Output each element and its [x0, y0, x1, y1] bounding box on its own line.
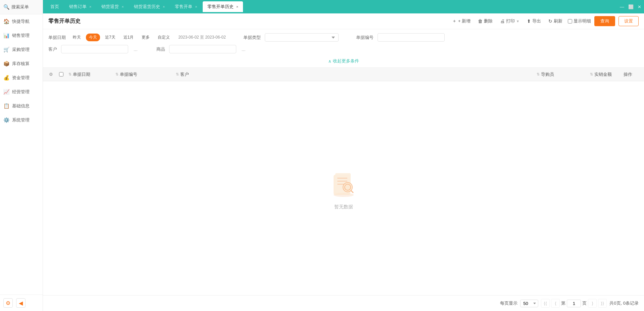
- content-area: ⚙ ⇅ 单据日期 ⇅ 单据编号 ⇅ 客户 ⇅ 导购员 ⇅ 实销金额: [43, 68, 644, 311]
- sidebar-item-basic-info[interactable]: 📋 基础信息: [0, 99, 43, 113]
- info-icon: 📋: [3, 103, 9, 109]
- tab-retail-open[interactable]: 零售开单 ×: [170, 1, 202, 12]
- new-icon: ＋: [452, 18, 457, 24]
- tab-sales-order[interactable]: 销售订单 ×: [64, 1, 96, 12]
- sidebar-item-label: 基础信息: [12, 103, 30, 109]
- footer-collapse-icon[interactable]: ◀: [16, 298, 26, 308]
- table-select-all[interactable]: [56, 72, 66, 76]
- th-date[interactable]: ⇅ 单据日期: [66, 71, 113, 77]
- sidebar-item-sales-mgmt[interactable]: 📊 销售管理: [0, 29, 43, 43]
- tab-retail-open-close[interactable]: ×: [195, 5, 197, 9]
- type-label: 单据类型: [243, 35, 261, 41]
- sidebar-item-label: 经营管理: [12, 89, 30, 95]
- customer-ellipsis[interactable]: ...: [132, 47, 139, 52]
- goods-ellipsis[interactable]: ...: [240, 47, 247, 52]
- date-more-btn[interactable]: 更多: [139, 34, 153, 41]
- cart-icon: 🛒: [3, 47, 9, 53]
- customer-input[interactable]: [61, 45, 128, 53]
- date-yesterday-btn[interactable]: 昨天: [70, 34, 84, 41]
- tab-sales-return-close[interactable]: ×: [121, 5, 123, 9]
- number-label: 单据编号: [356, 35, 374, 41]
- tab-home-label: 首页: [50, 4, 59, 10]
- date-shortcuts: 昨天 今天 近7天 近1月 更多 自定义: [70, 34, 173, 41]
- sidebar-search-label: 搜索采单: [11, 4, 29, 10]
- date-range: 2023-06-02 至 2023-06-02: [178, 35, 226, 40]
- show-detail-checkbox-label[interactable]: 显示明细: [568, 18, 591, 24]
- sidebar-item-finance[interactable]: 💰 资金管理: [0, 71, 43, 85]
- empty-illustration: [327, 166, 360, 200]
- toolbar-actions: ＋ + 新增 🗑 删除 🖨 打印 ▼ ⬆ 导出 ↻ 刷新 显示: [450, 16, 639, 26]
- gear-icon: ⚙️: [3, 117, 9, 123]
- sidebar-search[interactable]: 🔍 搜索采单: [0, 0, 43, 14]
- filter-area: 单据日期 昨天 今天 近7天 近1月 更多 自定义 2023-06-02 至 2…: [43, 29, 644, 68]
- setting-button[interactable]: 设置: [618, 16, 639, 26]
- collapse-button[interactable]: ∧ 收起更多条件: [48, 57, 639, 65]
- page-first-btn[interactable]: ⟨⟨: [541, 299, 550, 308]
- th-actions: 操作: [614, 71, 641, 77]
- sidebar-item-quick-nav[interactable]: 🏠 快捷导航: [0, 14, 43, 29]
- sidebar-item-label: 资金管理: [12, 75, 30, 81]
- new-button[interactable]: ＋ + 新增: [450, 17, 473, 25]
- home-icon: 🏠: [3, 18, 9, 24]
- goods-label: 商品: [156, 46, 165, 52]
- main-content: 首页 销售订单 × 销货退货 × 销货退货历史 × 零售开单 × 零售开单历史 …: [43, 0, 644, 311]
- sidebar-item-operations[interactable]: 📈 经营管理: [0, 85, 43, 99]
- export-button[interactable]: ⬆ 导出: [525, 17, 543, 25]
- export-label: 导出: [532, 18, 541, 24]
- tab-retail-open-history[interactable]: 零售开单历史 ×: [203, 1, 243, 12]
- page-unit: 页: [582, 300, 587, 306]
- tab-sales-order-close[interactable]: ×: [89, 5, 91, 9]
- th-customer[interactable]: ⇅ 客户: [173, 71, 534, 77]
- page-next-btn[interactable]: ⟩: [588, 299, 597, 308]
- query-button[interactable]: 查询: [594, 16, 615, 26]
- date-today-btn[interactable]: 今天: [86, 34, 100, 41]
- per-page-select[interactable]: 10 20 50 100: [520, 300, 538, 307]
- delete-button[interactable]: 🗑 删除: [476, 17, 495, 25]
- tab-home[interactable]: 首页: [46, 1, 64, 12]
- show-detail-checkbox[interactable]: [568, 19, 572, 23]
- sidebar-item-purchase-mgmt[interactable]: 🛒 采购管理: [0, 43, 43, 57]
- sidebar-footer: ⚙ ◀: [0, 295, 43, 311]
- date-custom-btn[interactable]: 自定义: [155, 34, 173, 41]
- tab-sales-return-history[interactable]: 销货退货历史 ×: [129, 1, 169, 12]
- delete-label: 删除: [484, 18, 493, 24]
- refresh-icon: ↻: [548, 18, 552, 24]
- pagination: 每页显示 10 20 50 100 ⟨⟨ ⟨ 第 1 页 ⟩ ⟩⟩ 共0页, 0…: [43, 295, 644, 311]
- tab-sales-return[interactable]: 销货退货 ×: [97, 1, 128, 12]
- th-amount[interactable]: ⇅ 实销金额: [574, 71, 614, 77]
- select-all-checkbox[interactable]: [59, 72, 63, 76]
- tab-sales-return-history-close[interactable]: ×: [163, 5, 165, 9]
- type-select[interactable]: [265, 33, 339, 42]
- sidebar: 🔍 搜索采单 🏠 快捷导航 📊 销售管理 🛒 采购管理 📦 库存核算 💰 资金管…: [0, 0, 43, 311]
- sidebar-item-sys-mgmt[interactable]: ⚙️ 系统管理: [0, 113, 43, 127]
- page-last-btn[interactable]: ⟩⟩: [598, 299, 607, 308]
- date-month-btn[interactable]: 近1月: [120, 34, 137, 41]
- refresh-button[interactable]: ↻ 刷新: [546, 17, 564, 25]
- new-label: + 新增: [458, 18, 470, 24]
- table-header: ⚙ ⇅ 单据日期 ⇅ 单据编号 ⇅ 客户 ⇅ 导购员 ⇅ 实销金额: [43, 68, 644, 81]
- th-guide[interactable]: ⇅ 导购员: [534, 71, 574, 77]
- per-page-label: 每页显示: [500, 300, 517, 306]
- date-label: 单据日期: [48, 35, 66, 41]
- window-minimize-btn[interactable]: —: [620, 4, 624, 9]
- tab-sales-return-history-label: 销货退货历史: [134, 4, 160, 10]
- page-prev-btn[interactable]: ⟨: [551, 299, 560, 308]
- collapse-icon: ∧: [328, 59, 332, 64]
- th-guide-sort-icon: ⇅: [537, 72, 540, 76]
- tab-retail-open-history-close[interactable]: ×: [236, 5, 238, 9]
- goods-input[interactable]: [169, 45, 236, 53]
- window-close-btn[interactable]: ✕: [638, 4, 641, 9]
- tabs-bar-right: — ⬜ ✕: [620, 4, 641, 9]
- sidebar-item-inventory[interactable]: 📦 库存核算: [0, 57, 43, 71]
- page-input[interactable]: 1: [567, 300, 581, 307]
- number-input[interactable]: [378, 33, 445, 42]
- footer-settings-icon[interactable]: ⚙: [3, 298, 13, 308]
- date-week-btn[interactable]: 近7天: [102, 34, 118, 41]
- sidebar-item-label: 库存核算: [12, 61, 30, 67]
- th-number[interactable]: ⇅ 单据编号: [113, 71, 173, 77]
- table-settings-icon[interactable]: ⚙: [46, 72, 56, 77]
- empty-text: 暂无数据: [334, 204, 353, 210]
- window-restore-btn[interactable]: ⬜: [628, 4, 634, 9]
- chart-icon: 📊: [3, 33, 9, 39]
- print-button[interactable]: 🖨 打印 ▼: [498, 17, 522, 25]
